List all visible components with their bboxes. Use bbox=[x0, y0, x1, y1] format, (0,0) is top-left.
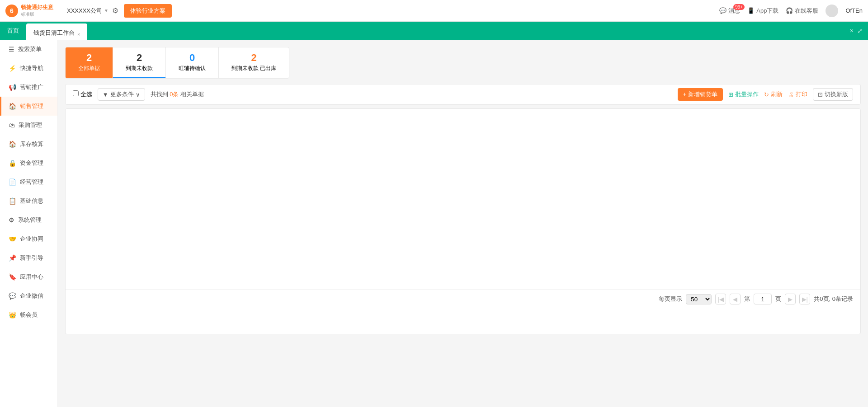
purchase-icon: 🛍 bbox=[9, 122, 15, 129]
table-area: 每页显示 50 100 200 |◀ ◀ 第 页 ▶ ▶| 共0页, 0条记录 bbox=[65, 108, 861, 334]
toolbar-left: 全选 ▼ 更多条件 ∨ 共找到 0条 相关单据 bbox=[73, 88, 209, 101]
switch-icon: ⊡ bbox=[818, 91, 823, 98]
app-download-button[interactable]: 📱 App下载 bbox=[747, 7, 778, 15]
first-page-button[interactable]: |◀ bbox=[715, 294, 726, 304]
sidebar-item-app-center[interactable]: 🔖 应用中心 bbox=[0, 267, 57, 286]
sidebar-item-finance[interactable]: 🔒 资金管理 bbox=[0, 154, 57, 173]
stat-tab-all[interactable]: 2 全部单据 bbox=[66, 47, 113, 78]
company-name: XXXXXX公司 bbox=[67, 7, 102, 15]
sidebar-item-label-search-menu: 搜索菜单 bbox=[18, 45, 42, 53]
header-right: 💬 99+ 消息 📱 App下载 🎧 在线客服 OfTEn bbox=[719, 5, 863, 17]
online-service-button[interactable]: 🎧 在线客服 bbox=[786, 7, 818, 15]
logo-text-area: 畅捷通好生意 标准版 bbox=[21, 4, 53, 18]
tab-maximize-icon[interactable]: ⤢ bbox=[857, 27, 863, 34]
message-button[interactable]: 💬 99+ 消息 bbox=[719, 7, 740, 15]
switch-version-button[interactable]: ⊡ 切换新版 bbox=[813, 88, 853, 101]
sidebar-item-sales[interactable]: 🏠 销售管理 bbox=[0, 97, 57, 116]
sidebar-item-member[interactable]: 👑 畅会员 bbox=[0, 305, 57, 324]
sidebar-item-label-guide: 新手引导 bbox=[20, 254, 43, 262]
sidebar-item-label-wechat: 企业微信 bbox=[20, 292, 43, 300]
found-suffix: 相关单据 bbox=[180, 91, 204, 98]
sidebar: ☰ 搜索菜单 ⚡ 快捷导航 📢 营销推广 🏠 销售管理 🛍 采购管理 🏠 库存核… bbox=[0, 40, 58, 407]
member-icon: 👑 bbox=[9, 311, 16, 318]
app-download-label: App下载 bbox=[756, 7, 778, 15]
page-number-input[interactable] bbox=[754, 294, 772, 304]
found-count: 0条 bbox=[170, 91, 179, 98]
tab-active[interactable]: 钱货日清工作台 × bbox=[26, 23, 87, 40]
refresh-label: 刷新 bbox=[771, 90, 783, 98]
select-all-label: 全选 bbox=[80, 91, 92, 98]
refresh-icon: ↻ bbox=[764, 91, 769, 98]
sidebar-item-basic-info[interactable]: 📋 基础信息 bbox=[0, 192, 57, 211]
sidebar-item-wechat[interactable]: 💬 企业微信 bbox=[0, 286, 57, 305]
sidebar-item-label-member: 畅会员 bbox=[20, 311, 38, 319]
finance-icon: 🔒 bbox=[9, 159, 16, 167]
filter-arrow-icon: ∨ bbox=[136, 91, 140, 98]
logo-text: 畅捷通好生意 bbox=[21, 4, 53, 11]
stat-label-pending: 旺辅待确认 bbox=[179, 65, 206, 72]
sidebar-item-marketing[interactable]: 📢 营销推广 bbox=[0, 78, 57, 97]
sidebar-item-label-basic-info: 基础信息 bbox=[20, 197, 43, 205]
guide-icon: 📌 bbox=[9, 254, 16, 262]
toolbar: 全选 ▼ 更多条件 ∨ 共找到 0条 相关单据 + 新增销货单 ⊞ 批量操作 ↻ bbox=[65, 84, 861, 105]
settings-button[interactable]: ⚙ bbox=[112, 6, 118, 15]
inventory-icon: 🏠 bbox=[9, 140, 16, 148]
company-arrow-icon: ▼ bbox=[104, 8, 108, 13]
stat-num-overdue-out: 2 bbox=[231, 52, 276, 64]
company-selector[interactable]: XXXXXX公司 ▼ bbox=[67, 7, 108, 15]
print-button[interactable]: 🖨 打印 bbox=[788, 90, 807, 98]
refresh-button[interactable]: ↻ 刷新 bbox=[764, 90, 783, 98]
sidebar-item-quick-nav[interactable]: ⚡ 快捷导航 bbox=[0, 59, 57, 78]
sidebar-item-inventory[interactable]: 🏠 库存核算 bbox=[0, 135, 57, 154]
select-all-checkbox[interactable]: 全选 bbox=[73, 90, 92, 98]
prev-page-button[interactable]: ◀ bbox=[730, 294, 741, 304]
stat-tab-overdue-out[interactable]: 2 到期未收款 已出库 bbox=[219, 47, 289, 78]
sidebar-item-label-sales: 销售管理 bbox=[20, 102, 43, 110]
print-label: 打印 bbox=[796, 90, 807, 98]
sidebar-item-system[interactable]: ⚙ 系统管理 bbox=[0, 211, 57, 229]
basic-info-icon: 📋 bbox=[9, 197, 16, 205]
tab-close-icon[interactable]: × bbox=[77, 32, 80, 37]
page-suffix: 页 bbox=[775, 295, 781, 303]
stat-num-overdue: 2 bbox=[126, 52, 153, 64]
batch-label: 批量操作 bbox=[735, 90, 759, 98]
logo-sub: 标准版 bbox=[21, 11, 53, 18]
next-page-button[interactable]: ▶ bbox=[785, 294, 796, 304]
quick-nav-icon: ⚡ bbox=[9, 65, 16, 72]
sidebar-item-enterprise[interactable]: 🤝 企业协同 bbox=[0, 229, 57, 248]
filter-button[interactable]: ▼ 更多条件 ∨ bbox=[98, 88, 145, 101]
logo-icon: 6 bbox=[5, 5, 18, 17]
empty-area bbox=[66, 109, 860, 290]
trial-button[interactable]: 体验行业方案 bbox=[124, 4, 172, 18]
tab-home[interactable]: 首页 bbox=[0, 22, 26, 40]
logo-area: 6 畅捷通好生意 标准版 bbox=[5, 4, 63, 18]
switch-label: 切换新版 bbox=[825, 90, 848, 98]
select-all-input[interactable] bbox=[73, 90, 79, 96]
sidebar-item-guide[interactable]: 📌 新手引导 bbox=[0, 248, 57, 267]
app-download-icon: 📱 bbox=[747, 7, 755, 14]
total-label: 共0页, 0条记录 bbox=[814, 295, 853, 303]
batch-button[interactable]: ⊞ 批量操作 bbox=[728, 90, 759, 98]
online-service-label: 在线客服 bbox=[795, 7, 818, 15]
avatar[interactable] bbox=[826, 5, 838, 17]
add-button[interactable]: + 新增销货单 bbox=[678, 88, 723, 101]
page-size-select[interactable]: 50 100 200 bbox=[686, 294, 712, 304]
found-prefix: 共找到 bbox=[151, 91, 168, 98]
page-label: 第 bbox=[744, 295, 750, 303]
stat-num-all: 2 bbox=[78, 52, 100, 64]
stat-tab-overdue[interactable]: 2 到期未收款 bbox=[113, 47, 165, 77]
sidebar-item-purchase[interactable]: 🛍 采购管理 bbox=[0, 116, 57, 135]
sidebar-item-label-app-center: 应用中心 bbox=[20, 273, 43, 281]
app-center-icon: 🔖 bbox=[9, 273, 16, 281]
stat-tab-pending[interactable]: 0 旺辅待确认 bbox=[166, 47, 219, 78]
tab-home-label: 首页 bbox=[7, 27, 19, 35]
sales-icon: 🏠 bbox=[9, 103, 16, 110]
top-header: 6 畅捷通好生意 标准版 XXXXXX公司 ▼ ⚙ 体验行业方案 💬 99+ 消… bbox=[0, 0, 868, 22]
sidebar-item-search-menu[interactable]: ☰ 搜索菜单 bbox=[0, 40, 57, 59]
sidebar-item-operations[interactable]: 📄 经营管理 bbox=[0, 173, 57, 192]
last-page-button[interactable]: ▶| bbox=[799, 294, 810, 304]
tab-close-all-icon[interactable]: × bbox=[850, 27, 854, 34]
stat-num-pending: 0 bbox=[179, 52, 206, 64]
sidebar-item-label-quick-nav: 快捷导航 bbox=[20, 64, 43, 72]
sidebar-item-label-marketing: 营销推广 bbox=[20, 83, 43, 91]
